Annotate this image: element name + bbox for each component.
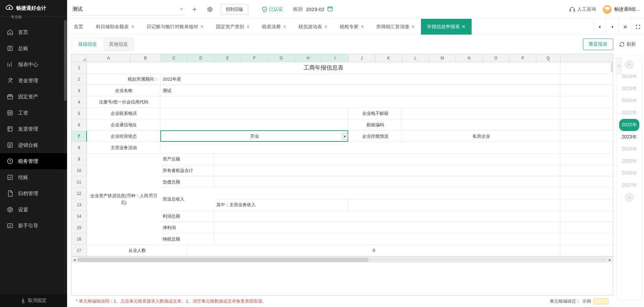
col-header-D[interactable]: D: [187, 54, 214, 62]
tab-close-5[interactable]: ✕: [361, 24, 364, 29]
label-postcode[interactable]: 邮政编码: [348, 119, 402, 130]
label-phone[interactable]: 企业联系电话: [87, 108, 161, 119]
value-r13[interactable]: [348, 199, 560, 210]
sidebar-item-7[interactable]: 进销台账: [0, 137, 67, 153]
add-button[interactable]: [189, 3, 201, 15]
tabs-close-all[interactable]: [619, 19, 631, 35]
label-reg-code[interactable]: 注册号/统一社会信用代码: [87, 96, 161, 107]
row-header-9[interactable]: 9: [71, 154, 87, 165]
label-r9[interactable]: 资产总额: [161, 154, 214, 165]
col-header-E[interactable]: E: [214, 54, 241, 62]
col-header-P[interactable]: P: [509, 54, 536, 62]
label-r14[interactable]: 利润总额: [161, 211, 214, 222]
value-op-status[interactable]: 开业: [161, 131, 348, 142]
label-op-status[interactable]: 企业经营状态: [87, 131, 161, 142]
sidebar-item-9[interactable]: 结账: [0, 169, 67, 185]
col-header-N[interactable]: N: [456, 54, 483, 62]
tab-home[interactable]: 首页: [67, 19, 90, 35]
unpin-sidebar-button[interactable]: 取消固定: [0, 294, 67, 307]
tab-7[interactable]: 年报信息申报表✕: [421, 19, 472, 35]
label-employees[interactable]: 从业人数: [87, 245, 187, 256]
subtab-1[interactable]: 其他信息: [103, 38, 134, 51]
row-header-12[interactable]: 12: [71, 188, 87, 199]
label-main-biz[interactable]: 主营业务活动: [87, 142, 161, 153]
tab-6[interactable]: 所得税汇算清缴✕: [370, 19, 421, 35]
year-option-2022年[interactable]: 2022年: [619, 119, 639, 131]
tab-0[interactable]: 科目辅助余额表✕: [90, 19, 141, 35]
row-header-17[interactable]: 17: [71, 245, 87, 256]
period-value[interactable]: 2023-02: [306, 6, 324, 12]
years-scroll-up[interactable]: [625, 60, 634, 69]
tab-5[interactable]: 税检专家✕: [334, 19, 370, 35]
sidebar-item-0[interactable]: 首页: [0, 24, 67, 40]
value-main-biz[interactable]: [161, 142, 560, 153]
value-r9[interactable]: [214, 154, 560, 165]
year-option-2023年[interactable]: 2023年: [617, 131, 641, 143]
hscroll-right[interactable]: ▶: [607, 257, 613, 263]
tab-3[interactable]: 税表清册✕: [256, 19, 292, 35]
col-header-Q[interactable]: Q: [536, 54, 560, 62]
label-r11[interactable]: 负债总额: [161, 176, 214, 187]
year-option-2026年[interactable]: 2026年: [617, 167, 641, 179]
tab-close-2[interactable]: ✕: [246, 24, 250, 29]
value-postcode[interactable]: [402, 119, 560, 130]
label-holding[interactable]: 企业控股情况: [348, 131, 402, 142]
col-header-H[interactable]: H: [295, 54, 322, 62]
value-company-name[interactable]: 测试: [161, 85, 560, 96]
settings-button[interactable]: [204, 3, 216, 15]
value-r15[interactable]: [214, 222, 560, 233]
period-label-cell[interactable]: 税款所属期间：: [87, 74, 161, 85]
reset-report-button[interactable]: 重置报表: [583, 39, 613, 50]
value-r11[interactable]: [214, 176, 560, 187]
account-selector-input[interactable]: [71, 3, 185, 15]
user-menu[interactable]: 畅捷通B组...: [603, 5, 640, 14]
tab-close-1[interactable]: ✕: [200, 24, 204, 29]
tab-4[interactable]: 税负波动表✕: [292, 19, 334, 35]
label-r13[interactable]: 其中：主营业务收入: [214, 199, 348, 210]
label-email[interactable]: 企业电子邮箱: [348, 108, 402, 119]
row-header-6[interactable]: 6: [71, 119, 87, 130]
value-employees[interactable]: 0: [187, 245, 560, 256]
support-button[interactable]: 人工咨询: [569, 6, 596, 12]
sidebar-item-2[interactable]: 报表中心: [0, 56, 67, 73]
tab-close-3[interactable]: ✕: [283, 24, 286, 29]
label-r10[interactable]: 所有者权益合计: [161, 165, 214, 176]
tabs-fullscreen[interactable]: [631, 19, 644, 35]
sheet-title[interactable]: 工商年报信息表: [87, 62, 560, 73]
collapse-years-panel[interactable]: [616, 58, 622, 74]
hscroll-left[interactable]: ◀: [71, 257, 77, 263]
value-phone[interactable]: [161, 108, 348, 119]
col-header-J[interactable]: J: [348, 54, 375, 62]
years-scroll-down[interactable]: [625, 193, 634, 202]
tab-close-6[interactable]: ✕: [411, 24, 415, 29]
value-email[interactable]: [402, 108, 560, 119]
vertical-scrollbar[interactable]: [611, 62, 613, 72]
row-header-4[interactable]: 4: [71, 96, 87, 107]
sidebar-item-3[interactable]: 资金管理: [0, 73, 67, 89]
col-header-L[interactable]: L: [402, 54, 429, 62]
value-address[interactable]: [161, 119, 348, 130]
switch-old-version-button[interactable]: 切到旧版: [221, 4, 248, 15]
sidebar-item-11[interactable]: 设置: [0, 202, 67, 218]
col-header-B[interactable]: B: [130, 54, 161, 62]
label-r15[interactable]: 净利润: [161, 222, 214, 233]
tab-close-0[interactable]: ✕: [131, 24, 135, 29]
col-header-M[interactable]: M: [429, 54, 456, 62]
select-all-corner[interactable]: [71, 54, 87, 62]
year-option-2027年[interactable]: 2027年: [617, 179, 641, 191]
value-holding[interactable]: 私营企业: [402, 131, 560, 142]
row-header-13[interactable]: 13: [71, 199, 87, 210]
sidebar-item-6[interactable]: 发票管理: [0, 121, 67, 137]
sidebar-scrollbar[interactable]: [64, 19, 67, 294]
row-header-14[interactable]: 14: [71, 211, 87, 222]
year-option-2020年[interactable]: 2020年: [617, 95, 641, 107]
col-header-A[interactable]: A: [87, 54, 130, 62]
horizontal-scrollbar[interactable]: ◀ ▶: [71, 256, 613, 263]
sidebar-item-4[interactable]: 固定资产: [0, 89, 67, 105]
period-value-cell[interactable]: 2022年度: [161, 74, 560, 85]
col-header-G[interactable]: G: [268, 54, 295, 62]
subtab-0[interactable]: 基础信息: [72, 38, 103, 51]
row-header-8[interactable]: 8: [71, 142, 87, 153]
label-company-name[interactable]: 企业名称: [87, 85, 161, 96]
value-reg-code[interactable]: [161, 96, 560, 107]
